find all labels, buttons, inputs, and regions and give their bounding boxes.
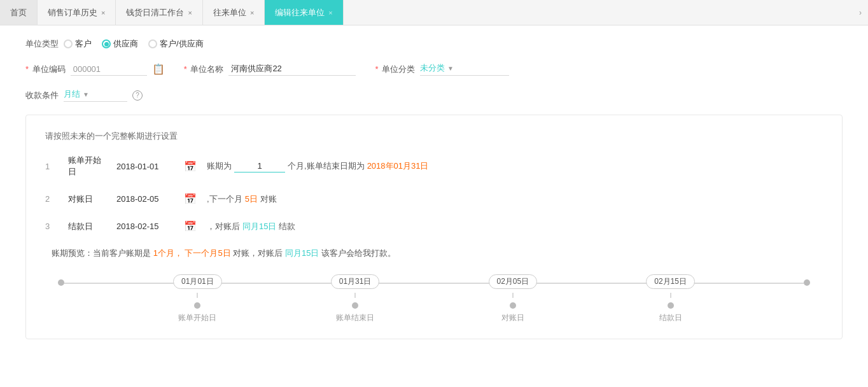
unit-name-input[interactable] [228, 63, 356, 76]
copy-icon[interactable]: 📋 [152, 63, 165, 75]
tab-home-label: 首页 [10, 7, 27, 18]
period-input[interactable] [234, 160, 285, 172]
tab-edit-partner-close[interactable]: × [328, 9, 332, 17]
tab-sales-history-label: 销售订单历史 [48, 7, 97, 18]
row-date-3: 2018-02-15 [116, 222, 174, 231]
tab-sales-history[interactable]: 销售订单历史 × [38, 0, 116, 25]
timeline: 01月01日 账单开始日 01月31日 账单结束日 02月05日 [58, 274, 810, 323]
node-circle-1 [194, 302, 200, 309]
timeline-node-2: 01月31日 账单结束日 [331, 274, 380, 323]
radio-customer-circle [64, 39, 73, 48]
setting-row-2: 2 对账日 2018-02-05 📅 ,下一个月 5日 对账 [45, 193, 823, 205]
radio-both-label: 客户/供应商 [160, 38, 204, 50]
highlight-3: 同月15日 [242, 221, 276, 232]
desc-suffix-2: 对账 [260, 194, 277, 205]
classify-value: 未分类 [420, 62, 445, 74]
radio-supplier[interactable]: 供应商 [102, 38, 138, 50]
row-desc-1: 账期为 个月,账单结束日期为 2018年01月31日 [207, 160, 428, 172]
row-desc-2: ,下一个月 5日 对账 [207, 194, 277, 205]
tab-partners[interactable]: 往来单位 × [203, 0, 265, 25]
row-type-3: 结款日 [68, 221, 106, 232]
desc-prefix-1: 账期为 [207, 160, 232, 172]
radio-customer[interactable]: 客户 [64, 38, 92, 50]
node-stem-2 [354, 293, 356, 298]
timeline-right-dot [804, 279, 810, 286]
row-number-1: 1 [45, 162, 58, 171]
node-label-1: 账单开始日 [178, 313, 216, 323]
row-date-2: 2018-02-05 [116, 194, 174, 204]
tab-edit-partner-label: 编辑往来单位 [275, 7, 325, 18]
cal-icon-1[interactable]: 📅 [184, 160, 197, 172]
tab-scroll-arrow[interactable]: › [853, 0, 868, 25]
cal-icon-2[interactable]: 📅 [184, 193, 197, 205]
section-hint: 请按照未来的一个完整帐期进行设置 [45, 130, 823, 142]
setting-row-1: 1 账单开始日 2018-01-01 📅 账期为 个月,账单结束日期为 2018… [45, 155, 823, 178]
node-label-2: 账单结束日 [336, 313, 374, 323]
unit-type-row: 单位类型 客户 供应商 客户/供应商 [25, 38, 843, 50]
unit-classify-group: * 单位分类 未分类 ▼ [375, 62, 509, 76]
radio-both-circle [148, 39, 157, 48]
tab-partners-label: 往来单位 [213, 7, 246, 18]
highlight-date-1: 2018年01月31日 [367, 160, 429, 172]
desc-prefix-3: ，对账后 [207, 221, 240, 232]
row-number-3: 3 [45, 222, 58, 231]
node-bubble-3: 02月05日 [489, 274, 538, 289]
right-dot-circle [804, 279, 810, 286]
cal-icon-3[interactable]: 📅 [184, 220, 197, 232]
node-stem-4 [670, 293, 671, 298]
tab-sales-history-close[interactable]: × [101, 9, 105, 17]
row-number-2: 2 [45, 194, 58, 204]
code-required-star: * [25, 64, 29, 74]
preview-label: 账期预览：当前客户账期是 [52, 248, 151, 258]
preview-p1: 1个月， [153, 248, 183, 258]
period-section: 请按照未来的一个完整帐期进行设置 1 账单开始日 2018-01-01 📅 账期… [25, 115, 843, 339]
unit-code-label: * 单位编码 [25, 64, 66, 75]
tab-cash-work-close[interactable]: × [188, 9, 192, 17]
preview-end: 该客户会给我打款。 [321, 248, 396, 258]
preview-p2: 下一个月5日 [185, 248, 230, 258]
desc-prefix-2: ,下一个月 [207, 194, 242, 205]
desc-suffix-3: 结款 [279, 221, 295, 232]
unit-name-label: * 单位名称 [184, 64, 224, 75]
node-bubble-2: 01月31日 [331, 274, 380, 289]
highlight-2: 5日 [245, 194, 258, 205]
main-content: 单位类型 客户 供应商 客户/供应商 [0, 25, 868, 387]
unit-type-group: 单位类型 客户 供应商 客户/供应商 [25, 38, 204, 50]
payment-term-value: 月结 [64, 88, 80, 100]
unit-name-group: * 单位名称 [184, 63, 356, 76]
tab-partners-close[interactable]: × [250, 9, 254, 17]
node-stem-1 [197, 293, 198, 298]
left-dot-circle [58, 279, 64, 286]
payment-term-dropdown[interactable]: 月结 ▼ [64, 88, 127, 102]
node-label-4: 结款日 [659, 313, 682, 323]
help-icon[interactable]: ? [132, 90, 143, 101]
timeline-node-4: 02月15日 结款日 [646, 274, 695, 323]
node-circle-2 [352, 302, 358, 309]
unit-code-input[interactable] [71, 63, 147, 76]
setting-row-3: 3 结款日 2018-02-15 📅 ，对账后 同月15日 结款 [45, 220, 823, 232]
tab-bar: 首页 销售订单历史 × 钱货日清工作台 × 往来单位 × 编辑往来单位 × › [0, 0, 868, 25]
node-bubble-4: 02月15日 [646, 274, 695, 289]
tab-cash-work[interactable]: 钱货日清工作台 × [116, 0, 202, 25]
unit-type-label: 单位类型 [25, 38, 59, 50]
radio-customer-label: 客户 [75, 38, 92, 50]
row-date-1: 2018-01-01 [116, 162, 174, 171]
preview-mid: 对账，对账后 [233, 248, 283, 258]
node-stem-3 [512, 293, 514, 298]
timeline-wrapper: 01月01日 账单开始日 01月31日 账单结束日 02月05日 [45, 274, 823, 323]
radio-both[interactable]: 客户/供应商 [148, 38, 204, 50]
desc-suffix-1: 个月,账单结束日期为 [288, 160, 365, 172]
unit-classify-label: * 单位分类 [375, 64, 415, 75]
node-bubble-1: 01月01日 [173, 274, 222, 289]
tab-cash-work-label: 钱货日清工作台 [126, 7, 184, 18]
row-type-2: 对账日 [68, 194, 106, 205]
timeline-node-3: 02月05日 对账日 [489, 274, 538, 323]
classify-dropdown[interactable]: 未分类 ▼ [420, 62, 509, 76]
payment-term-arrow-icon: ▼ [83, 91, 89, 98]
tab-edit-partner[interactable]: 编辑往来单位 × [265, 0, 343, 25]
tab-home[interactable]: 首页 [0, 0, 38, 25]
payment-term-row: 收款条件 月结 ▼ ? [25, 88, 843, 102]
classify-arrow-icon: ▼ [447, 65, 454, 72]
node-label-3: 对账日 [501, 313, 524, 323]
row-desc-3: ，对账后 同月15日 结款 [207, 221, 295, 232]
